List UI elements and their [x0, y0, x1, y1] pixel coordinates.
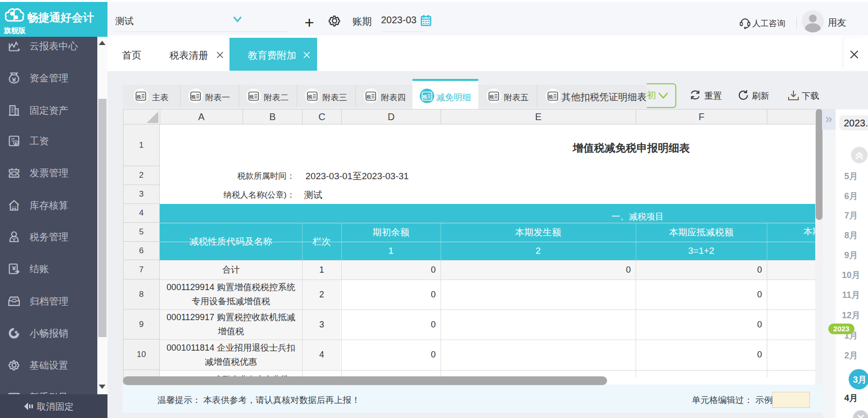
svg-text:税: 税 [366, 94, 371, 99]
svg-text:税: 税 [307, 94, 313, 99]
svg-text:税: 税 [136, 94, 141, 99]
svg-text:税: 税 [191, 94, 196, 99]
svg-text:税: 税 [489, 94, 494, 99]
svg-text:税: 税 [249, 94, 254, 99]
svg-text:税: 税 [422, 94, 427, 99]
svg-text:税: 税 [548, 94, 553, 99]
